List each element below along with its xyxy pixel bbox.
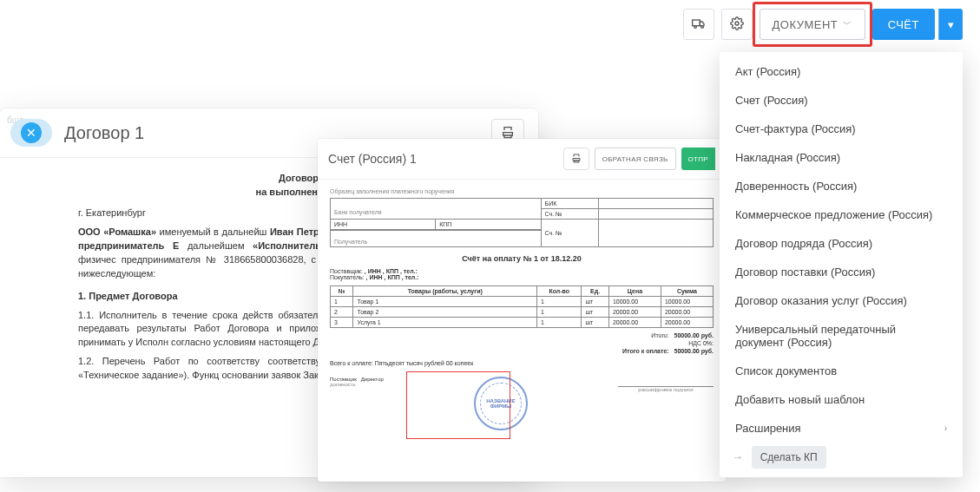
items-table: № Товары (работы, услуги) Кол-во Ед. Цен…	[330, 285, 714, 328]
delivery-button[interactable]	[683, 9, 714, 40]
dropdown-item-doclist[interactable]: Список документов	[720, 357, 963, 385]
window-title: Счет (Россия) 1	[328, 152, 417, 166]
dropdown-item-invoice[interactable]: Счет (Россия)	[720, 86, 963, 115]
svg-point-2	[694, 25, 696, 28]
window-title: Договор 1	[64, 123, 144, 143]
svg-rect-1	[692, 20, 700, 26]
signature-area: Поставщик Директор должность НАЗВАНИЕ ФИ…	[330, 377, 714, 430]
svg-point-4	[735, 22, 739, 25]
dropdown-item-contract-supply[interactable]: Договор поставки (Россия)	[720, 258, 963, 286]
dropdown-item-invoice-facture[interactable]: Счет-фактура (Россия)	[720, 115, 963, 143]
dropdown-item-kp[interactable]: Коммерческое предложение (Россия)	[720, 200, 963, 229]
chevron-down-icon: ﹀	[843, 18, 852, 30]
document-dropdown-button[interactable]: ДОКУМЕНТ ﹀	[760, 9, 865, 40]
arrow-right-icon: →	[732, 450, 743, 463]
invoice-window: Счет (Россия) 1 ОБРАТНАЯ СВЯЗЬ ОТПР Обра…	[318, 139, 726, 482]
invoice-document: Образец заполнения платежного поручения …	[318, 180, 726, 482]
dropdown-item-poa[interactable]: Доверенность (Россия)	[720, 172, 963, 200]
printer-icon	[571, 153, 582, 166]
create-invoice-split[interactable]: ▾	[938, 9, 963, 40]
settings-button[interactable]	[721, 9, 753, 40]
dropdown-item-contract-work[interactable]: Договор подряда (Россия)	[720, 229, 963, 258]
gear-icon	[730, 16, 744, 33]
make-kp-button[interactable]: Сделать КП	[752, 446, 826, 469]
svg-point-3	[700, 25, 703, 28]
bank-details-table: Банк получателяБИК Сч. № ИННКППСч. № Пол…	[330, 198, 714, 247]
dropdown-item-upd[interactable]: Универсальный передаточный документ (Рос…	[720, 315, 963, 357]
close-icon: ✕	[21, 122, 42, 143]
truck-icon	[692, 16, 706, 33]
dropdown-item-contract-services[interactable]: Договор оказания услуг (Россия)	[720, 286, 963, 315]
print-button[interactable]	[563, 148, 589, 170]
topbar: ДОКУМЕНТ ﹀ СЧЁТ ▾	[683, 9, 963, 40]
dropdown-item-waybill[interactable]: Накладная (Россия)	[720, 143, 963, 172]
send-button[interactable]: ОТПР	[681, 148, 715, 170]
company-stamp: НАЗВАНИЕ ФИРМЫ	[474, 377, 528, 430]
dropdown-item-extensions[interactable]: Расширения ›	[720, 414, 963, 443]
chevron-right-icon: ›	[944, 423, 947, 433]
dropdown-item-act[interactable]: Акт (Россия)	[720, 57, 963, 86]
caret-down-icon: ▾	[948, 18, 954, 31]
totals: Итого: 50000.00 руб. НДС 0%: Итого к опл…	[330, 331, 714, 355]
invoice-title: Счёт на оплату № 1 от 18.12.20	[330, 254, 714, 263]
document-dropdown: Акт (Россия) Счет (Россия) Счет-фактура …	[720, 52, 963, 477]
create-invoice-button[interactable]: СЧЁТ	[872, 9, 935, 40]
dropdown-item-newtemplate[interactable]: Добавить новый шаблон	[720, 385, 963, 414]
feedback-button[interactable]: ОБРАТНАЯ СВЯЗЬ	[595, 148, 676, 170]
close-button[interactable]: ✕	[10, 119, 52, 147]
